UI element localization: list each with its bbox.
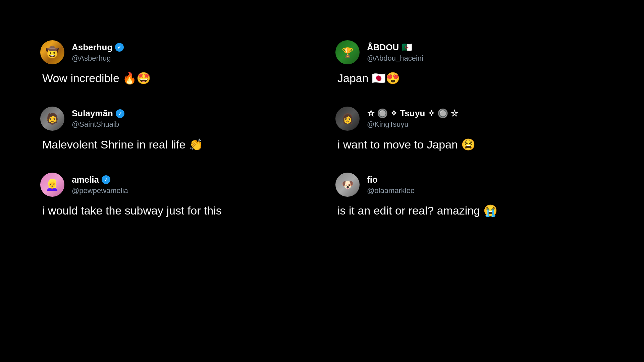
avatar-sulayman: 🧔 [40,107,64,131]
username-abdou: @Abdou_haceini [367,54,423,63]
display-name-amelia: amelia✓ [72,175,128,185]
username-sulayman: @SaintShuaib [72,120,124,129]
comment-text-tsuyu: i want to move to Japan 😫 [335,137,604,153]
user-info-tsuyu: ☆ 🔘 ✧ Tsuyu ✧ 🔘 ☆@KingTsuyu [367,108,458,129]
display-name-abdou: ÂBDOU 🇩🇿 [367,42,423,53]
comment-block-abdou: 🏆ÂBDOU 🇩🇿@Abdou_haceiniJapan 🇯🇵😍 [335,40,604,86]
comment-header-abdou: 🏆ÂBDOU 🇩🇿@Abdou_haceini [335,40,604,64]
user-info-asberhug: Asberhug✓@Asberhug [72,42,124,63]
comment-block-fio: 🐶fio@olaamarkleeis it an edit or real? a… [335,173,604,219]
comment-text-sulayman: Malevolent Shrine in real life 👏 [40,137,309,153]
display-name-fio: fio [367,175,415,185]
user-info-fio: fio@olaamarklee [367,175,415,195]
display-name-sulayman: Sulaymān✓ [72,108,124,119]
verified-badge-sulayman: ✓ [116,109,124,118]
display-name-tsuyu: ☆ 🔘 ✧ Tsuyu ✧ 🔘 ☆ [367,108,458,119]
comment-block-sulayman: 🧔Sulaymān✓@SaintShuaibMalevolent Shrine … [40,107,309,153]
username-asberhug: @Asberhug [72,54,124,63]
comments-grid: 🤠Asberhug✓@AsberhugWow incredible 🔥🤩🧔Sul… [0,0,644,362]
avatar-amelia: 👱‍♀️ [40,173,64,197]
username-fio: @olaamarklee [367,186,415,195]
verified-badge-asberhug: ✓ [115,43,124,52]
avatar-tsuyu: 👩 [335,107,360,131]
comment-header-asberhug: 🤠Asberhug✓@Asberhug [40,40,309,64]
avatar-asberhug: 🤠 [40,40,64,64]
comment-header-tsuyu: 👩☆ 🔘 ✧ Tsuyu ✧ 🔘 ☆@KingTsuyu [335,107,604,131]
comment-header-sulayman: 🧔Sulaymān✓@SaintShuaib [40,107,309,131]
display-name-asberhug: Asberhug✓ [72,42,124,53]
avatar-fio: 🐶 [335,173,360,197]
comment-block-asberhug: 🤠Asberhug✓@AsberhugWow incredible 🔥🤩 [40,40,309,86]
username-amelia: @pewpewamelia [72,186,128,195]
user-info-sulayman: Sulaymān✓@SaintShuaib [72,108,124,129]
avatar-abdou: 🏆 [335,40,360,64]
comment-block-amelia: 👱‍♀️amelia✓@pewpewameliai would take the… [40,173,309,219]
comment-text-amelia: i would take the subway just for this [40,203,309,219]
user-info-abdou: ÂBDOU 🇩🇿@Abdou_haceini [367,42,423,63]
user-info-amelia: amelia✓@pewpewamelia [72,175,128,195]
username-tsuyu: @KingTsuyu [367,120,458,129]
left-column: 🤠Asberhug✓@AsberhugWow incredible 🔥🤩🧔Sul… [27,40,322,362]
comment-text-fio: is it an edit or real? amazing 😭 [335,203,604,219]
comment-text-asberhug: Wow incredible 🔥🤩 [40,70,309,86]
comment-header-amelia: 👱‍♀️amelia✓@pewpewamelia [40,173,309,197]
comment-block-tsuyu: 👩☆ 🔘 ✧ Tsuyu ✧ 🔘 ☆@KingTsuyui want to mo… [335,107,604,153]
verified-badge-amelia: ✓ [102,175,110,184]
right-column: 🏆ÂBDOU 🇩🇿@Abdou_haceiniJapan 🇯🇵😍👩☆ 🔘 ✧ T… [322,40,617,362]
comment-header-fio: 🐶fio@olaamarklee [335,173,604,197]
comment-text-abdou: Japan 🇯🇵😍 [335,70,604,86]
